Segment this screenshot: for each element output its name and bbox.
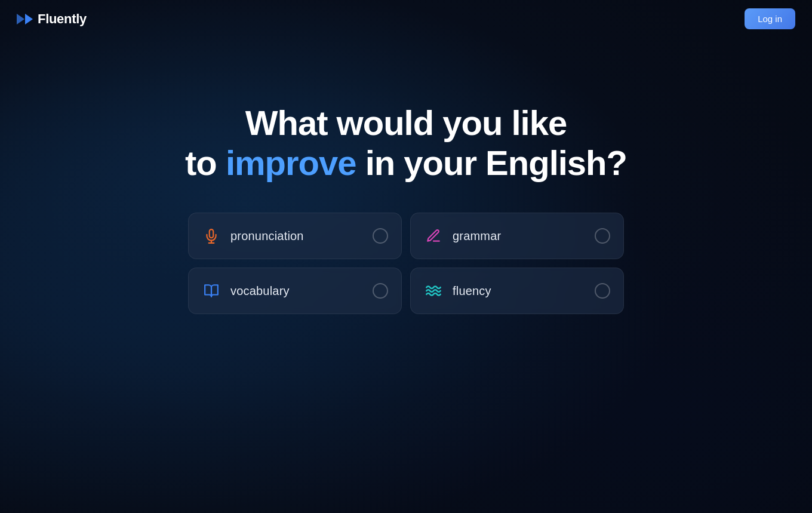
- option-fluency-left: fluency: [424, 281, 491, 300]
- pencil-icon: [424, 226, 443, 245]
- option-fluency-radio[interactable]: [595, 283, 610, 299]
- option-grammar-radio[interactable]: [595, 228, 610, 244]
- option-vocabulary[interactable]: vocabulary: [188, 268, 402, 314]
- option-grammar-left: grammar: [424, 226, 501, 245]
- chevron-right-icon: [25, 14, 33, 24]
- option-pronunciation-left: pronunciation: [202, 226, 304, 245]
- option-grammar-label: grammar: [453, 229, 501, 243]
- option-fluency[interactable]: fluency: [410, 268, 624, 314]
- logo: Fluently: [17, 11, 87, 27]
- headline: What would you like to improve in your E…: [185, 103, 627, 183]
- headline-line2-before: to: [185, 143, 226, 182]
- headline-line2: to improve in your English?: [185, 143, 627, 183]
- logo-icon: [17, 14, 33, 24]
- microphone-icon: [202, 226, 221, 245]
- waves-icon: [424, 281, 443, 300]
- option-vocabulary-left: vocabulary: [202, 281, 290, 300]
- option-fluency-label: fluency: [453, 284, 491, 298]
- option-pronunciation-radio[interactable]: [373, 228, 388, 244]
- navbar: Fluently Log in: [0, 0, 812, 38]
- headline-line1: What would you like: [245, 103, 567, 142]
- main-content: What would you like to improve in your E…: [0, 38, 812, 314]
- option-vocabulary-label: vocabulary: [230, 284, 290, 298]
- option-pronunciation[interactable]: pronunciation: [188, 213, 402, 259]
- option-vocabulary-radio[interactable]: [373, 283, 388, 299]
- book-icon: [202, 281, 221, 300]
- headline-improve: improve: [226, 143, 356, 182]
- option-pronunciation-label: pronunciation: [230, 229, 304, 243]
- logo-text: Fluently: [38, 11, 87, 27]
- chevron-left-icon: [17, 14, 24, 24]
- headline-line2-after: in your English?: [356, 143, 627, 182]
- option-grammar[interactable]: grammar: [410, 213, 624, 259]
- login-button[interactable]: Log in: [745, 8, 795, 29]
- options-grid: pronunciation grammar: [188, 213, 624, 314]
